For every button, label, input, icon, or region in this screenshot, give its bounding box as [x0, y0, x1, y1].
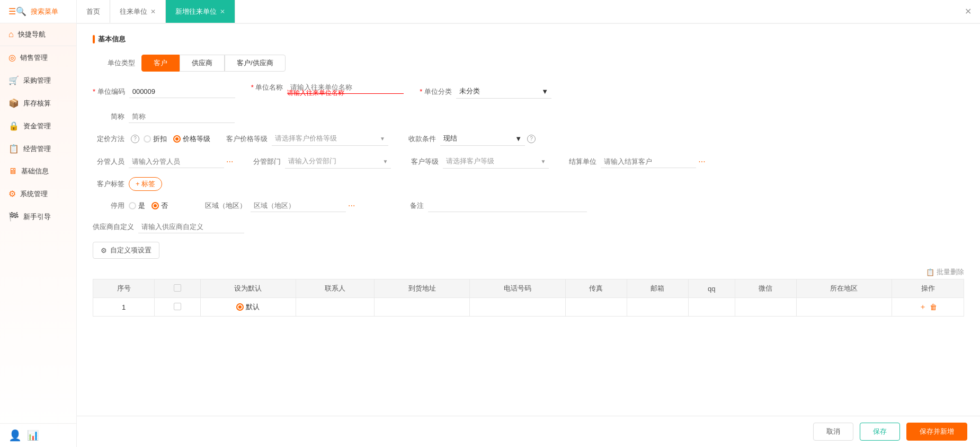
abbr-field: 简称: [93, 110, 235, 123]
tab-label: 新增往来单位: [175, 7, 217, 16]
purchase-icon: 🛒: [8, 75, 19, 85]
section-title-bar: [93, 35, 95, 43]
window-close-button[interactable]: ✕: [956, 6, 980, 16]
pricing-method-label: 定价方法: [93, 134, 124, 144]
sidebar-item-funds[interactable]: 🔒 资金管理: [0, 115, 76, 137]
sidebar-item-ops[interactable]: 📋 经营管理: [0, 137, 76, 160]
section-title: 基本信息: [93, 34, 964, 44]
sidebar-item-basic[interactable]: 🖥 基础信息: [0, 160, 76, 182]
funds-icon: 🔒: [8, 121, 19, 131]
region-dots-btn[interactable]: ···: [348, 201, 355, 211]
pricing-help-icon[interactable]: ?: [131, 135, 139, 143]
sidebar-item-purchase[interactable]: 🛒 采购管理: [0, 69, 76, 92]
table-row: 1 默认: [93, 298, 964, 317]
customer-price-level-select[interactable]: 请选择客户价格等级 ▼: [272, 132, 388, 146]
disabled-radio-yes[interactable]: 是: [129, 201, 145, 211]
payment-term-help-icon[interactable]: ?: [527, 135, 536, 143]
home-icon: ⌂: [8, 30, 14, 39]
tab-close-new-contact[interactable]: ✕: [220, 8, 225, 15]
td-region: [796, 298, 892, 317]
add-row-icon[interactable]: ＋: [919, 302, 926, 312]
form-row-pricing: 定价方法 ? 折扣 价格等级 客户价格等级 请选择客户价格等级: [93, 132, 964, 146]
manager-dots-btn[interactable]: ···: [226, 157, 233, 166]
basic-icon: 🖥: [8, 166, 17, 176]
custom-settings-label: 自定义项设置: [110, 246, 152, 255]
save-and-new-button[interactable]: 保存并新增: [906, 423, 967, 441]
sidebar-item-sales[interactable]: ◎ 销售管理: [0, 46, 76, 69]
region-label: 区域（地区）: [205, 201, 246, 211]
unit-code-field: 单位编码: [93, 85, 235, 98]
sidebar-item-quick-nav[interactable]: ⌂ 快捷导航: [0, 23, 76, 46]
unit-name-field: 单位名称 请输入往来单位名称: [251, 81, 404, 102]
td-contact: [296, 298, 374, 317]
settlement-unit-dots-btn[interactable]: ···: [698, 157, 705, 166]
add-tag-button[interactable]: + 标签: [129, 177, 162, 191]
payment-term-field: 收款条件 现结 ▼ ?: [404, 132, 536, 146]
unit-code-input[interactable]: [129, 85, 235, 98]
manager-input[interactable]: [129, 155, 224, 168]
gear-icon: ⚙: [101, 247, 107, 255]
unit-category-select[interactable]: 未分类 ▼: [456, 84, 551, 99]
tab-close-contacts[interactable]: ✕: [150, 8, 156, 15]
region-input[interactable]: [251, 199, 346, 212]
batch-delete-label[interactable]: 批量删除: [937, 267, 964, 277]
form-row-personnel: 分管人员 ··· 分管部门 请输入分管部门 ▼ 客户等级 请选择客户等级 ▼ 结…: [93, 154, 964, 169]
td-wechat: [735, 298, 796, 317]
sidebar-item-label: 资金管理: [23, 121, 51, 131]
disabled-radio-no[interactable]: 否: [152, 201, 168, 211]
payment-term-select[interactable]: 现结 ▼: [440, 132, 525, 146]
pricing-radio-level[interactable]: 价格等级: [173, 134, 210, 144]
unit-code-label: 单位编码: [93, 87, 125, 97]
remark-label: 备注: [392, 201, 424, 211]
tab-new-contact[interactable]: 新增往来单位 ✕: [166, 0, 235, 23]
sidebar-item-search[interactable]: ☰🔍 搜索菜单: [0, 0, 76, 23]
unit-category-arrow: ▼: [541, 87, 548, 95]
pricing-radio-label-discount: 折扣: [153, 134, 167, 144]
type-btn-supplier[interactable]: 供应商: [180, 55, 225, 72]
department-select[interactable]: 请输入分管部门 ▼: [285, 154, 391, 169]
form-row-basic: 单位编码 单位名称 请输入往来单位名称 单位分类 未分类 ▼: [93, 81, 964, 102]
tab-label: 首页: [86, 7, 100, 16]
settlement-unit-input[interactable]: [601, 155, 696, 168]
th-wechat: 微信: [735, 279, 796, 298]
td-actions: ＋ 🗑: [892, 298, 964, 317]
pricing-method-field: 定价方法 ? 折扣 价格等级: [93, 134, 210, 144]
custom-settings-button[interactable]: ⚙ 自定义项设置: [93, 242, 159, 259]
remark-input[interactable]: [428, 199, 587, 212]
sidebar-item-system[interactable]: ⚙ 系统管理: [0, 182, 76, 205]
supplier-custom-input[interactable]: [138, 221, 244, 233]
row-checkbox[interactable]: [174, 303, 181, 310]
abbr-input[interactable]: [129, 110, 235, 123]
tab-home[interactable]: 首页: [77, 0, 110, 23]
sidebar-item-guide[interactable]: 🏁 新手引导: [0, 205, 76, 228]
user-avatar-icon: 👤: [8, 429, 22, 442]
customer-level-select[interactable]: 请选择客户等级 ▼: [443, 154, 549, 169]
delete-row-icon[interactable]: 🗑: [930, 303, 937, 311]
sidebar-util-icon: 📊: [27, 430, 39, 441]
tab-bar: 首页 往来单位 ✕ 新增往来单位 ✕ ✕: [77, 0, 980, 24]
th-default: 设为默认: [200, 279, 296, 298]
sidebar-item-label: 经营管理: [23, 144, 51, 154]
tab-contacts[interactable]: 往来单位 ✕: [110, 0, 166, 23]
type-btn-customer[interactable]: 客户: [141, 55, 180, 72]
default-radio-label: 默认: [246, 302, 260, 312]
sidebar-item-label: 快捷导航: [18, 30, 46, 39]
tab-label: 往来单位: [120, 7, 147, 16]
pricing-radio-discount[interactable]: 折扣: [144, 134, 167, 144]
sidebar-item-label: 基础信息: [21, 166, 49, 176]
select-all-checkbox[interactable]: [174, 284, 181, 292]
manager-field: 分管人员 ···: [93, 155, 233, 168]
customer-level-field: 客户等级 请选择客户等级 ▼: [407, 154, 549, 169]
unit-name-error: 请输入往来单位名称: [287, 89, 344, 98]
cancel-button[interactable]: 取消: [813, 423, 853, 441]
th-fax: 传真: [565, 279, 627, 298]
td-email: [627, 298, 688, 317]
default-radio[interactable]: 默认: [206, 302, 290, 312]
payment-term-value: 现结: [443, 134, 457, 143]
type-btn-both[interactable]: 客户/供应商: [225, 55, 286, 72]
customer-level-arrow: ▼: [540, 159, 546, 164]
sidebar-bottom: 👤 📊: [0, 423, 76, 447]
save-button[interactable]: 保存: [860, 423, 900, 441]
sidebar-item-inventory[interactable]: 📦 库存核算: [0, 92, 76, 115]
settlement-unit-field: 结算单位 ···: [565, 155, 705, 168]
